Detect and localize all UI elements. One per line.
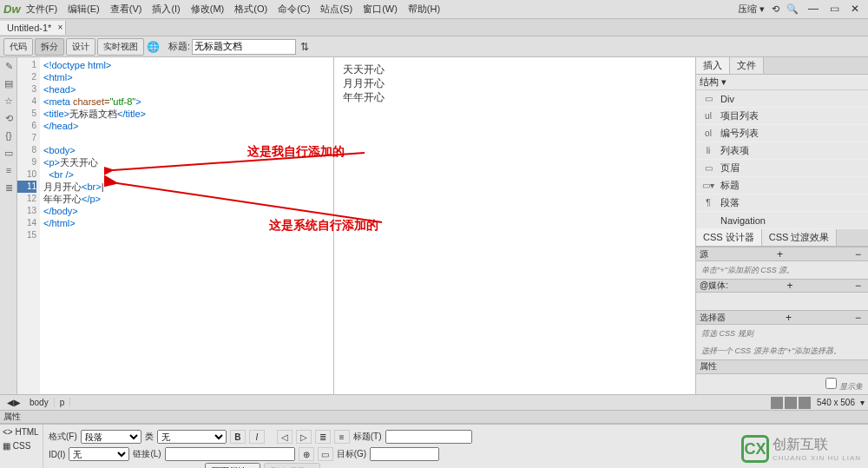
target-input[interactable]: [370, 447, 439, 461]
tab-files[interactable]: 文件: [730, 57, 764, 74]
search-icon[interactable]: 🔍: [783, 3, 802, 15]
add-source-button[interactable]: +: [773, 248, 786, 260]
menu-edit[interactable]: 编辑(E): [62, 3, 105, 16]
show-set-checkbox[interactable]: [825, 378, 837, 389]
format-select[interactable]: 段落: [81, 430, 141, 444]
close-button[interactable]: ✕: [845, 3, 865, 16]
menu-file[interactable]: 文件(F): [21, 3, 62, 16]
properties-panel: <> HTML ▦ CSS 格式(F) 段落 类 无 B I ◁ ▷ ≣ ≡ 标…: [0, 424, 868, 468]
props-html-tab[interactable]: <> HTML: [0, 425, 43, 438]
tool-1[interactable]: ✎: [0, 57, 17, 75]
target-label: 目标(G): [337, 448, 366, 460]
tag-crumb-body[interactable]: body: [24, 398, 55, 407]
tab-css-designer[interactable]: CSS 设计器: [696, 229, 762, 246]
css-sources-header: 源+−: [696, 247, 868, 261]
document-tabs: Untitled-1* ×: [0, 19, 868, 36]
mode-code[interactable]: 代码: [3, 38, 33, 56]
format-label: 格式(F): [49, 431, 77, 443]
title2-input[interactable]: [385, 430, 472, 444]
app-logo: Dw: [3, 3, 21, 16]
insert-item[interactable]: ▭页眉: [696, 160, 868, 177]
tool-3[interactable]: ☆: [0, 92, 17, 109]
maximize-button[interactable]: ▭: [825, 3, 844, 16]
watermark: CX 创新互联CHUANG XIN HU LIAN: [741, 435, 861, 463]
class-label: 类: [145, 431, 154, 443]
menu-view[interactable]: 查看(V): [105, 3, 148, 16]
css-selector-header: 选择器+−: [696, 310, 868, 325]
id-select[interactable]: 无: [69, 447, 129, 461]
insert-item[interactable]: ¶段落: [696, 194, 868, 212]
device-tablet-icon[interactable]: [785, 397, 797, 409]
insert-item[interactable]: Navigation: [696, 212, 868, 229]
list-item-button[interactable]: 列表项目...: [264, 463, 319, 468]
tool-8[interactable]: ≣: [0, 179, 17, 196]
insert-item[interactable]: ▭Div: [696, 90, 868, 108]
insert-item[interactable]: ul项目列表: [696, 108, 868, 125]
ul-button[interactable]: ≣: [315, 430, 331, 444]
globe-icon[interactable]: 🌐: [146, 40, 160, 54]
tool-2[interactable]: ▤: [0, 75, 17, 92]
tool-6[interactable]: ▭: [0, 144, 17, 161]
tool-5[interactable]: {}: [0, 127, 17, 144]
layout-dropdown[interactable]: 压缩 ▾: [734, 3, 768, 16]
mode-split[interactable]: 拆分: [35, 38, 64, 56]
insert-item[interactable]: ol编号列表: [696, 125, 868, 142]
mode-design[interactable]: 设计: [66, 38, 95, 56]
tab-insert[interactable]: 插入: [696, 57, 730, 74]
viewport-dimensions[interactable]: 540 x 506: [812, 398, 860, 407]
insert-item[interactable]: ▭▾标题: [696, 177, 868, 194]
document-tab-title: Untitled-1*: [7, 23, 51, 33]
menu-insert[interactable]: 插入(I): [147, 3, 185, 16]
link-target-icon[interactable]: ⊕: [299, 447, 314, 461]
view-toolbar: 代码 拆分 设计 实时视图 🌐 标题: ⇅: [0, 36, 868, 57]
link-input[interactable]: [165, 447, 295, 461]
bold-button[interactable]: B: [230, 430, 246, 444]
menu-command[interactable]: 命令(C): [273, 3, 315, 16]
code-editor[interactable]: <!doctype html><html><head><meta charset…: [40, 57, 333, 394]
css-panel-tabs: CSS 设计器 CSS 过渡效果: [696, 229, 868, 247]
indent-button[interactable]: ▷: [296, 430, 312, 444]
css-media-header: @媒体:+−: [696, 279, 868, 293]
insert-panel-tabs: 插入 文件: [696, 57, 868, 75]
tab-css-transition[interactable]: CSS 过渡效果: [762, 229, 838, 246]
document-tab[interactable]: Untitled-1* ×: [0, 21, 66, 35]
preview-pane[interactable]: 天天开心 月月开心 年年开心 这是我自行添加的 这是系统自行添加的: [334, 57, 696, 394]
statusbar: ◀▶ body p 540 x 506▾: [0, 394, 868, 410]
menubar: Dw 文件(F) 编辑(E) 查看(V) 插入(I) 修改(M) 格式(O) 命…: [0, 0, 868, 19]
preview-line: 天天开心: [343, 63, 687, 76]
mode-live[interactable]: 实时视图: [97, 38, 144, 56]
menu-help[interactable]: 帮助(H): [403, 3, 445, 16]
right-panels: 插入 文件 结构 ▾ ▭Divul项目列表ol编号列表li列表项▭页眉▭▾标题¶…: [696, 57, 868, 394]
css-props-header: 属性: [696, 359, 868, 374]
tool-7[interactable]: ≡: [0, 161, 17, 179]
title-input[interactable]: [192, 39, 296, 55]
title2-label: 标题(T): [353, 431, 382, 443]
device-desktop-icon[interactable]: [799, 397, 811, 409]
insert-item[interactable]: li列表项: [696, 142, 868, 160]
preview-line: 年年开心: [343, 90, 687, 104]
insert-list: ▭Divul项目列表ol编号列表li列表项▭页眉▭▾标题¶段落Navigatio…: [696, 90, 868, 229]
css-sources-hint: 单击"+"添加新的 CSS 源。: [696, 261, 868, 279]
document-tab-close[interactable]: ×: [58, 23, 63, 32]
properties-title: 属性: [0, 410, 868, 424]
insert-category[interactable]: 结构 ▾: [696, 75, 868, 90]
class-select[interactable]: 无: [157, 430, 227, 444]
ol-button[interactable]: ≡: [334, 430, 350, 444]
menu-modify[interactable]: 修改(M): [186, 3, 230, 16]
link-label: 链接(L): [133, 448, 161, 460]
outdent-button[interactable]: ◁: [277, 430, 293, 444]
tool-4[interactable]: ⟲: [0, 109, 17, 127]
minimize-button[interactable]: ―: [804, 3, 823, 16]
italic-button[interactable]: I: [249, 430, 265, 444]
device-phone-icon[interactable]: [771, 397, 783, 409]
menu-site[interactable]: 站点(S): [315, 3, 358, 16]
page-props-button[interactable]: 页面属性...: [205, 463, 260, 468]
tag-crumb-p[interactable]: p: [55, 398, 71, 407]
link-folder-icon[interactable]: ▭: [318, 447, 333, 461]
props-css-tab[interactable]: ▦ CSS: [0, 438, 43, 452]
menu-format[interactable]: 格式(O): [229, 3, 273, 16]
sync-icon[interactable]: ⟲: [768, 3, 783, 15]
menu-window[interactable]: 窗口(W): [358, 3, 403, 16]
code-toolbar: ✎ ▤ ☆ ⟲ {} ▭ ≡ ≣: [0, 57, 17, 394]
transfer-icon[interactable]: ⇅: [298, 40, 312, 54]
